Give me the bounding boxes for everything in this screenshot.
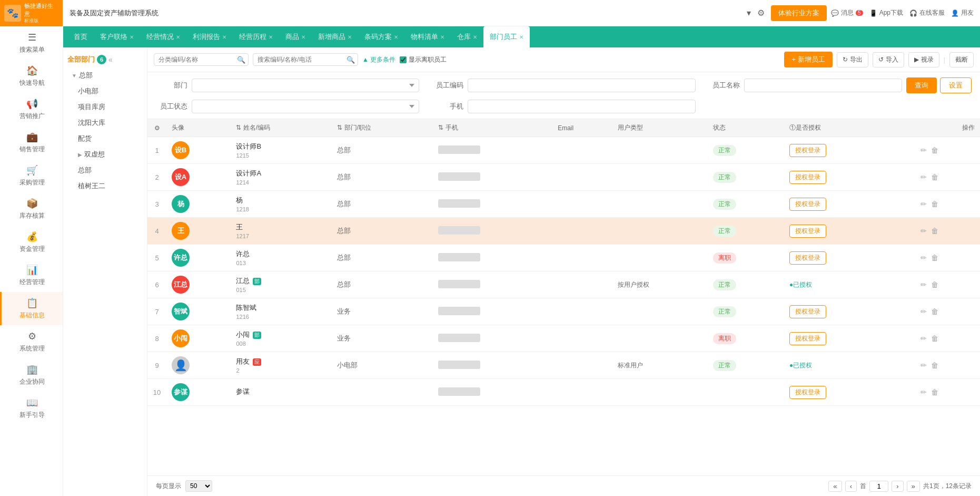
trial-btn[interactable]: 体验行业方案	[771, 5, 827, 21]
message-btn[interactable]: 💬 消息 5	[831, 8, 863, 17]
search-icon[interactable]: 🔍	[237, 56, 245, 64]
edit-icon[interactable]: ✏	[920, 227, 927, 235]
edit-icon[interactable]: ✏	[920, 361, 927, 369]
filter-status-select[interactable]	[192, 100, 419, 113]
delete-icon[interactable]: 🗑	[931, 146, 938, 154]
dept-tree-item-project[interactable]: 项目库房	[63, 99, 147, 115]
auth-cell[interactable]: 授权登录	[784, 191, 892, 218]
tab-profit[interactable]: 利润报告 ✕	[186, 26, 233, 47]
auth-btn[interactable]: 授权登录	[789, 144, 826, 157]
auth-cell[interactable]: ●已授权	[784, 271, 892, 298]
sidebar-item-basic[interactable]: 📋 基础信息	[0, 292, 63, 325]
delete-icon[interactable]: 🗑	[931, 307, 938, 316]
collapse-tree-btn[interactable]: «	[108, 55, 113, 64]
dept-tree-item-peihu[interactable]: 配货	[63, 131, 147, 147]
auth-cell[interactable]: 授权登录	[784, 218, 892, 245]
prev-btn[interactable]: ‹	[845, 481, 857, 492]
dept-tree-item-zhishu[interactable]: 植树王二	[63, 178, 147, 194]
tab-customer[interactable]: 客户联络 ✕	[94, 26, 140, 47]
dept-tree-item-head[interactable]: ▼总部	[63, 67, 147, 83]
tab-close-icon[interactable]: ✕	[130, 34, 134, 40]
auth-cell[interactable]: ●已授权	[784, 352, 892, 379]
sidebar-item-operation[interactable]: 📊 经营管理	[0, 259, 63, 292]
filter-name-input[interactable]	[744, 79, 902, 92]
filter-code-input[interactable]	[468, 79, 695, 92]
tab-home[interactable]: 首页	[67, 26, 94, 47]
delete-icon[interactable]: 🗑	[931, 388, 938, 396]
tab-close-icon[interactable]: ✕	[301, 34, 305, 40]
phone-search-input[interactable]	[253, 53, 358, 66]
tab-barcode[interactable]: 条码方案 ✕	[358, 26, 404, 47]
tab-employee[interactable]: 部门员工 ✕	[483, 26, 530, 47]
settings-filter-btn[interactable]: 设置	[940, 77, 972, 93]
tab-close-icon[interactable]: ✕	[440, 34, 444, 40]
app-download-btn[interactable]: 📱 App下载	[869, 8, 903, 17]
dropdown-arrow-btn[interactable]: ▾	[747, 8, 751, 18]
filter-dept-select[interactable]	[192, 79, 419, 92]
dept-tree-item-shuang[interactable]: ▶双虚想	[63, 147, 147, 162]
tab-close-icon[interactable]: ✕	[394, 34, 398, 40]
auth-cell[interactable]: 授权登录	[784, 379, 892, 406]
search-input[interactable]	[154, 53, 249, 66]
sidebar-item-inventory[interactable]: 📦 库存核算	[0, 192, 63, 226]
sidebar-item-marketing[interactable]: 📢 营销推广	[0, 93, 63, 126]
tab-close-icon[interactable]: ✕	[176, 34, 180, 40]
auth-btn[interactable]: 授权登录	[789, 225, 826, 238]
auth-cell[interactable]: 授权登录	[784, 325, 892, 352]
add-employee-btn[interactable]: + 新增员工	[784, 52, 832, 67]
view-btn[interactable]: ▶ 视录	[908, 52, 939, 67]
user-btn[interactable]: 👤 用友	[951, 8, 974, 17]
sidebar-item-sales[interactable]: 💼 销售管理	[0, 126, 63, 159]
auth-cell[interactable]: 授权登录	[784, 245, 892, 271]
export-btn[interactable]: ↻ 导出	[837, 52, 868, 67]
show-resigned-checkbox[interactable]	[400, 56, 407, 63]
auth-cell[interactable]: 授权登录	[784, 164, 892, 191]
dept-tree-item-shenyang[interactable]: 沈阳大库	[63, 115, 147, 131]
edit-icon[interactable]: ✏	[920, 146, 927, 154]
delete-icon[interactable]: 🗑	[931, 280, 938, 289]
edit-icon[interactable]: ✏	[920, 280, 927, 289]
auth-btn[interactable]: 授权登录	[789, 305, 826, 318]
auth-btn[interactable]: 授权登录	[789, 171, 826, 184]
tab-close-icon[interactable]: ✕	[348, 34, 352, 40]
phone-search-icon[interactable]: 🔍	[347, 56, 355, 64]
delete-icon[interactable]: 🗑	[931, 173, 938, 181]
tab-warehouse[interactable]: 仓库 ✕	[451, 26, 483, 47]
tab-close-icon[interactable]: ✕	[519, 34, 523, 40]
page-number-input[interactable]	[869, 481, 888, 492]
tab-goods[interactable]: 商品 ✕	[279, 26, 312, 47]
next-btn[interactable]: ›	[892, 481, 903, 492]
tab-bom[interactable]: 物料清单 ✕	[404, 26, 451, 47]
import-btn[interactable]: ↺ 导入	[873, 52, 904, 67]
tab-operation-status[interactable]: 经营情况 ✕	[140, 26, 186, 47]
tab-close-icon[interactable]: ✕	[222, 34, 226, 40]
edit-icon[interactable]: ✏	[920, 173, 927, 181]
sidebar-item-shortcut[interactable]: 🏠 快速导航	[0, 60, 63, 93]
filter-phone-input[interactable]	[468, 100, 695, 113]
sidebar-item-guide[interactable]: 📖 新手引导	[0, 392, 63, 425]
settings-btn[interactable]: ⚙	[755, 6, 767, 20]
edit-icon[interactable]: ✏	[920, 388, 927, 396]
tab-close-icon[interactable]: ✕	[269, 34, 273, 40]
auth-cell[interactable]: 授权登录	[784, 137, 892, 164]
delete-icon[interactable]: 🗑	[931, 254, 938, 262]
online-service-btn[interactable]: 🎧 在线客服	[909, 8, 945, 17]
auth-btn[interactable]: 授权登录	[789, 251, 826, 265]
per-page-select[interactable]: 50 20 100	[185, 480, 212, 492]
edit-icon[interactable]: ✏	[920, 254, 927, 262]
sidebar-item-finance[interactable]: 💰 资金管理	[0, 226, 63, 259]
dept-tree-item-zongbu[interactable]: 总部	[63, 162, 147, 178]
delete-icon[interactable]: 🗑	[931, 200, 938, 208]
auth-cell[interactable]: 授权登录	[784, 298, 892, 325]
tab-close-icon[interactable]: ✕	[473, 34, 477, 40]
more-btn[interactable]: 截断	[949, 52, 974, 67]
query-btn[interactable]: 查询	[906, 77, 937, 93]
prev-prev-btn[interactable]: «	[828, 481, 842, 492]
delete-icon[interactable]: 🗑	[931, 227, 938, 235]
sidebar-item-search[interactable]: ☰ 搜索菜单	[0, 26, 63, 60]
edit-icon[interactable]: ✏	[920, 334, 927, 343]
delete-icon[interactable]: 🗑	[931, 361, 938, 369]
sidebar-item-system[interactable]: ⚙ 系统管理	[0, 325, 63, 358]
more-filter-btn[interactable]: ▲ 更多条件	[362, 55, 395, 64]
auth-btn[interactable]: 授权登录	[789, 386, 826, 399]
